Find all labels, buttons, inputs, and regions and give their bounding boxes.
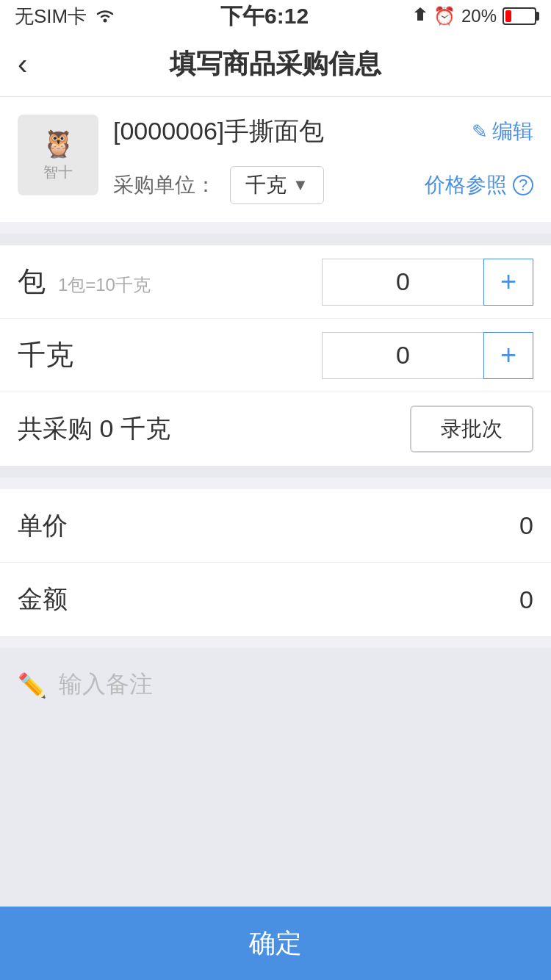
product-thumbnail: 🦉 智十 bbox=[18, 115, 98, 195]
note-placeholder: 输入备注 bbox=[59, 669, 153, 701]
unit-selector-group: 采购单位： 千克 ▼ bbox=[113, 166, 324, 204]
summary-text: 共采购 0 千克 bbox=[18, 412, 170, 446]
kg-label: 千克 bbox=[18, 339, 73, 370]
bag-plus-icon: + bbox=[500, 266, 516, 298]
note-section[interactable]: ✏️ 输入备注 bbox=[0, 648, 551, 942]
unit-row: 采购单位： 千克 ▼ 价格参照 ? bbox=[113, 166, 533, 204]
status-right: ⏰ 20% bbox=[413, 6, 536, 26]
edit-button[interactable]: ✎ 编辑 bbox=[472, 118, 533, 145]
svg-point-0 bbox=[104, 18, 107, 22]
record-batch-label: 录批次 bbox=[441, 415, 503, 443]
help-icon: ? bbox=[513, 175, 533, 195]
summary-row: 共采购 0 千克 录批次 bbox=[0, 392, 551, 466]
bag-label: 包 bbox=[18, 266, 46, 297]
unit-value: 千克 bbox=[245, 171, 287, 199]
unit-dropdown-arrow: ▼ bbox=[292, 176, 309, 195]
carrier-text: 无SIM卡 bbox=[15, 4, 87, 29]
divider-1 bbox=[0, 234, 551, 245]
summary-section: 共采购 0 千克 录批次 bbox=[0, 392, 551, 466]
pencil-icon: ✏️ bbox=[18, 671, 47, 699]
kg-label-group: 千克 bbox=[18, 336, 106, 374]
bag-label-group: 包 1包=10千克 bbox=[18, 263, 151, 300]
unit-select[interactable]: 千克 ▼ bbox=[230, 166, 324, 204]
unit-label: 采购单位： bbox=[113, 173, 216, 196]
amount-row: 金额 0 bbox=[0, 563, 551, 636]
location-icon bbox=[413, 6, 428, 26]
edit-icon: ✎ bbox=[472, 120, 488, 143]
unit-price-label: 单价 bbox=[18, 509, 68, 543]
page-title: 填写商品采购信息 bbox=[170, 46, 381, 82]
kg-plus-icon: + bbox=[500, 339, 516, 371]
alarm-icon: ⏰ bbox=[433, 6, 455, 26]
unit-price-row: 单价 0 bbox=[0, 489, 551, 563]
nav-bar: ‹ 填写商品采购信息 bbox=[0, 32, 551, 97]
unit-price-value: 0 bbox=[519, 511, 533, 540]
battery-percent: 20% bbox=[461, 6, 497, 26]
price-ref-button[interactable]: 价格参照 ? bbox=[425, 171, 533, 199]
price-section: 单价 0 金额 0 bbox=[0, 489, 551, 636]
divider-2 bbox=[0, 466, 551, 478]
bag-number-input[interactable]: 0 bbox=[322, 259, 483, 306]
record-batch-button[interactable]: 录批次 bbox=[410, 406, 533, 453]
amount-label: 金额 bbox=[18, 583, 68, 616]
bag-plus-button[interactable]: + bbox=[483, 259, 533, 306]
confirm-button[interactable]: 确定 bbox=[0, 907, 551, 980]
back-button[interactable]: ‹ bbox=[18, 48, 27, 81]
edit-label: 编辑 bbox=[492, 118, 533, 145]
price-ref-label: 价格参照 bbox=[425, 171, 507, 199]
status-time: 下午6:12 bbox=[220, 1, 309, 32]
product-name-row: [0000006]手撕面包 ✎ 编辑 bbox=[113, 115, 533, 148]
kg-plus-button[interactable]: + bbox=[483, 332, 533, 379]
product-name: [0000006]手撕面包 bbox=[113, 115, 324, 148]
bag-sub-label: 1包=10千克 bbox=[58, 275, 151, 295]
product-thumb-label: 智十 bbox=[43, 162, 73, 182]
kg-value: 0 bbox=[396, 341, 410, 370]
status-left: 无SIM卡 bbox=[15, 4, 116, 29]
product-info: [0000006]手撕面包 ✎ 编辑 采购单位： 千克 ▼ 价格参照 ? bbox=[113, 115, 533, 204]
battery-icon bbox=[503, 7, 536, 25]
input-section: 包 1包=10千克 0 + 千克 0 + bbox=[0, 245, 551, 392]
bag-value: 0 bbox=[396, 267, 410, 296]
product-section: 🦉 智十 [0000006]手撕面包 ✎ 编辑 采购单位： 千克 ▼ 价格参照 … bbox=[0, 97, 551, 222]
bag-input-row: 包 1包=10千克 0 + bbox=[0, 245, 551, 319]
wifi-icon bbox=[94, 5, 116, 28]
status-bar: 无SIM卡 下午6:12 ⏰ 20% bbox=[0, 0, 551, 32]
kg-number-input[interactable]: 0 bbox=[322, 332, 483, 379]
confirm-label: 确定 bbox=[249, 926, 302, 962]
amount-value: 0 bbox=[519, 586, 533, 614]
product-owl-icon: 🦉 bbox=[42, 129, 75, 159]
bag-input-right: 0 + bbox=[151, 259, 533, 306]
kg-input-row: 千克 0 + bbox=[0, 319, 551, 392]
kg-input-right: 0 + bbox=[106, 332, 533, 379]
